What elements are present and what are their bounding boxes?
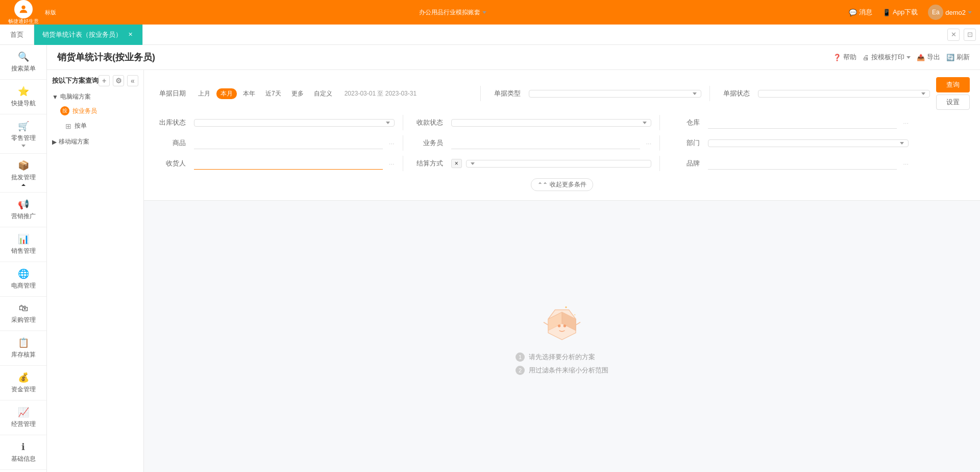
receipt-status-select[interactable] <box>451 119 652 127</box>
tab-sales-stat[interactable]: 销货单统计表（按业务员） ✕ <box>34 25 143 45</box>
query-button[interactable]: 查询 <box>936 77 970 92</box>
date-tab-last-7-days[interactable]: 近7天 <box>261 88 285 99</box>
sidebar-item-purchase[interactable]: 🛍 采购管理 <box>0 297 46 331</box>
order-status-label: 单据状态 <box>718 89 754 98</box>
product-dots[interactable]: ··· <box>389 139 395 147</box>
sidebar-item-wholesale[interactable]: 📦 批发管理 <box>0 154 46 193</box>
help-btn[interactable]: ❓ 帮助 <box>833 53 856 62</box>
user-menu[interactable]: Ea demo2 <box>928 5 972 20</box>
sidebar-item-sales[interactable]: 📊 销售管理 <box>0 227 46 262</box>
receipt-status-label: 收款状态 <box>411 118 447 127</box>
scheme-group-mobile-label: 移动端方案 <box>59 137 89 146</box>
sidebar-item-business-label: 经营管理 <box>11 420 36 429</box>
avatar: Ea <box>928 5 943 20</box>
scheme-group-pc[interactable]: ▼ 电脑端方案 <box>47 90 143 103</box>
export-btn[interactable]: 📤 导出 <box>917 53 940 62</box>
warehouse-input[interactable] <box>708 116 897 129</box>
template-print-btn[interactable]: 🖨 按模板打印 <box>863 53 911 62</box>
date-range: 2023-03-01 至 2023-03-31 <box>345 89 416 98</box>
settlement-label: 结算方式 <box>411 159 447 168</box>
scheme-settings-btn[interactable]: ⚙ <box>113 75 124 86</box>
collapse-label: 收起更多条件 <box>550 180 586 189</box>
date-tab-this-month[interactable]: 本月 <box>216 88 237 99</box>
receiver-input[interactable] <box>194 157 383 170</box>
warehouse-dots[interactable]: ··· <box>903 119 909 127</box>
department-label: 部门 <box>668 138 704 148</box>
settlement-tag-close[interactable]: × <box>455 160 458 167</box>
svg-text:✦: ✦ <box>565 304 568 309</box>
svg-line-9 <box>544 322 548 324</box>
salesperson-input[interactable] <box>451 137 640 149</box>
date-tab-last-month[interactable]: 上月 <box>194 88 214 99</box>
order-type-label: 单据类型 <box>489 89 525 98</box>
app-download-btn[interactable]: 📱 App下载 <box>883 8 918 17</box>
sidebar-item-business[interactable]: 📈 经营管理 <box>0 400 46 435</box>
hint-num-1: 1 <box>516 352 525 362</box>
sidebar-item-ecommerce[interactable]: 🌐 电商管理 <box>0 262 46 297</box>
sidebar-item-system[interactable]: ⚙ 系统管理 <box>0 470 46 472</box>
scheme-item-by-salesperson-label: 按业务员 <box>72 107 97 115</box>
settlement-arrow-icon <box>471 162 475 165</box>
warehouse-label: 仓库 <box>668 118 704 127</box>
sidebar-item-wholesale-label: 批发管理 <box>11 173 36 182</box>
message-icon: 💬 <box>849 9 857 16</box>
scheme-item-by-order[interactable]: ⊞ 按单 <box>47 119 143 133</box>
quick-nav-icon: ⭐ <box>18 86 29 97</box>
product-input[interactable] <box>194 137 383 149</box>
sidebar-item-retail[interactable]: 🛒 零售管理 <box>0 114 46 154</box>
date-tab-more[interactable]: 更多 <box>287 88 308 99</box>
sidebar-item-basic[interactable]: ℹ 基础信息 <box>0 435 46 470</box>
tab-close-icon[interactable]: ✕ <box>126 31 134 39</box>
brand-dots[interactable]: ··· <box>903 160 909 168</box>
inventory-icon: 📋 <box>18 337 29 348</box>
sidebar-item-ecommerce-label: 电商管理 <box>11 281 36 290</box>
outbound-status-select[interactable] <box>194 119 395 127</box>
salesperson-label: 业务员 <box>411 138 447 148</box>
sidebar-item-inventory-label: 库存核算 <box>11 350 36 359</box>
tab-maximize-btn[interactable]: ⊡ <box>964 29 976 41</box>
sidebar-item-marketing[interactable]: 📢 营销推广 <box>0 193 46 227</box>
breadcrumb-dropdown[interactable]: 办公用品行业模拟账套 <box>419 8 486 17</box>
message-label: 消息 <box>859 8 872 17</box>
tab-close-all-btn[interactable]: ✕ <box>947 29 960 41</box>
collapse-icon: ⌃⌃ <box>537 181 548 188</box>
scheme-collapse-btn[interactable]: « <box>127 75 138 86</box>
tab-home[interactable]: 首页 <box>0 25 34 45</box>
scheme-panel-title: 按以下方案查询 <box>52 76 99 85</box>
export-icon: 📤 <box>917 54 925 61</box>
date-tab-custom[interactable]: 自定义 <box>310 88 336 99</box>
order-type-select[interactable] <box>529 90 701 98</box>
hint-num-2: 2 <box>516 366 525 375</box>
svg-point-8 <box>564 324 566 327</box>
scheme-item-by-salesperson[interactable]: 按 按业务员 <box>47 103 143 119</box>
receiver-label: 收货人 <box>154 159 190 168</box>
date-tab-this-year[interactable]: 本年 <box>239 88 259 99</box>
scheme-group-mobile-arrow: ▶ <box>52 138 57 146</box>
scheme-group-mobile[interactable]: ▶ 移动端方案 <box>47 135 143 148</box>
receiver-dots[interactable]: ··· <box>389 160 395 168</box>
sidebar-item-inventory[interactable]: 📋 库存核算 <box>0 331 46 366</box>
collapse-btn[interactable]: ⌃⌃ 收起更多条件 <box>531 178 593 191</box>
message-btn[interactable]: 💬 消息 <box>849 8 872 17</box>
wholesale-icon: 📦 <box>18 160 29 171</box>
logo-text: 畅捷通好生意 <box>8 18 39 25</box>
user-name: demo2 <box>945 9 966 16</box>
settlement-select[interactable] <box>466 160 652 168</box>
sidebar-item-finance[interactable]: 💰 资金管理 <box>0 366 46 400</box>
sidebar-item-search-menu[interactable]: 🔍 搜索菜单 <box>0 45 46 80</box>
refresh-label: 刷新 <box>957 53 970 62</box>
refresh-btn[interactable]: 🔄 刷新 <box>946 53 970 62</box>
brand-input[interactable] <box>708 157 897 170</box>
svg-line-10 <box>576 322 580 324</box>
scheme-add-btn[interactable]: + <box>99 75 110 86</box>
order-status-select[interactable] <box>758 90 930 98</box>
sidebar-item-quick-nav-label: 快捷导航 <box>11 99 36 108</box>
app-download-label: App下载 <box>893 8 918 17</box>
refresh-icon: 🔄 <box>946 54 954 61</box>
salesperson-dots[interactable]: ··· <box>646 139 652 147</box>
department-select[interactable] <box>708 139 909 147</box>
scheme-item-by-order-icon: ⊞ <box>65 122 71 130</box>
tab-home-label: 首页 <box>10 30 23 39</box>
sidebar-item-quick-nav[interactable]: ⭐ 快捷导航 <box>0 80 46 114</box>
settings-button[interactable]: 设置 <box>936 95 970 110</box>
